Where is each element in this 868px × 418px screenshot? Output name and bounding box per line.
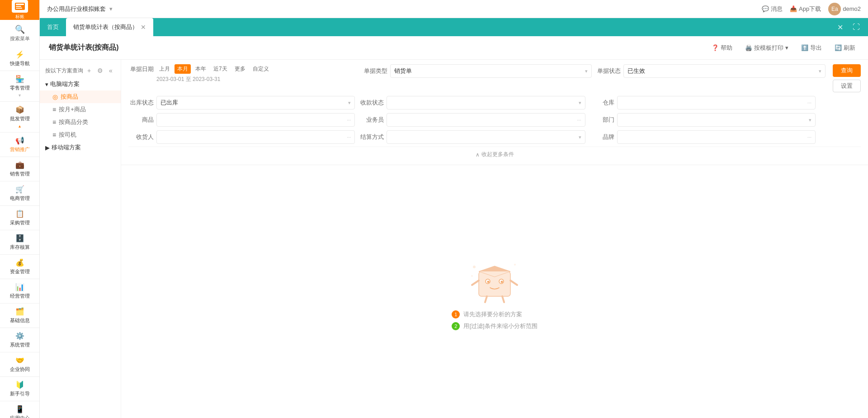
sidebar-item-enterprise[interactable]: 🤝 企业协同 — [0, 352, 39, 377]
empty-steps: 1 请先选择要分析的方案 2 用[过滤]条件来缩小分析范围 — [452, 310, 537, 330]
print-btn[interactable]: 🖨️ 按模板打印 ▾ — [741, 42, 792, 54]
help-btn[interactable]: ❓ 帮助 — [708, 42, 736, 54]
date-tab-more[interactable]: 更多 — [232, 64, 248, 74]
brand-control[interactable]: ··· — [617, 130, 816, 144]
step1-num: 1 — [452, 310, 460, 318]
date-tab-custom[interactable]: 自定义 — [250, 64, 272, 74]
department-label: 部门 — [589, 116, 614, 124]
print-arrow: ▾ — [785, 44, 788, 51]
tree-pc-arrow: ▾ — [45, 81, 48, 88]
sidebar-item-ecommerce[interactable]: 🛒 电商管理 — [0, 181, 39, 206]
search-icon: 🔍 — [15, 24, 25, 34]
enterprise-label: 企业协同 — [10, 366, 30, 373]
tab-close-icon[interactable]: ✕ — [141, 24, 146, 31]
payment-status-arrow: ▾ — [579, 100, 581, 106]
tabbar-expand-btn[interactable]: ⛶ — [850, 21, 863, 33]
sidebar-item-beginner[interactable]: 🔰 新手引导 — [0, 377, 39, 401]
goods-control[interactable]: ··· — [156, 113, 355, 127]
left-panel-header: 按以下方案查询 + ⚙ « — [40, 63, 121, 78]
sidebar-item-procurement[interactable]: 📋 采购管理 — [0, 206, 39, 230]
left-panel: 按以下方案查询 + ⚙ « ▾ 电脑端方案 ◎ 按商品 — [40, 60, 121, 418]
help-icon: ❓ — [712, 44, 719, 51]
sidebar-item-finance[interactable]: 💰 资金管理 — [0, 255, 39, 279]
filter-receiver: 收货人 ··· — [128, 130, 355, 144]
collapse-btn[interactable]: ∧ 收起更多条件 — [470, 149, 519, 160]
filter-department: 部门 ▾ — [589, 113, 816, 127]
tree-item-by-month-goods[interactable]: ≡ 按月+商品 — [40, 103, 121, 116]
doc-status-control[interactable]: 已生效 ▾ — [623, 64, 826, 78]
empty-step-2: 2 用[过滤]条件来缩小分析范围 — [452, 322, 537, 330]
empty-svg — [465, 253, 524, 303]
app-download-action[interactable]: 📥 App下载 — [790, 5, 821, 13]
doc-status-label: 单据状态 — [595, 67, 621, 75]
by-month-goods-icon: ≡ — [52, 106, 56, 113]
tree-item-by-clerk[interactable]: ≡ 按司机 — [40, 128, 121, 141]
refresh-btn[interactable]: 🔄 刷新 — [831, 42, 859, 54]
receiver-dots: ··· — [347, 134, 351, 140]
warehouse-status-label: 出库状态 — [128, 99, 154, 107]
sidebar-item-app-center[interactable]: 📱 应用中心 — [0, 401, 39, 418]
collapse-row: ∧ 收起更多条件 — [128, 147, 861, 162]
beginner-icon: 🔰 — [15, 380, 24, 389]
industry-dropdown-icon[interactable]: ▾ — [109, 5, 113, 12]
sidebar-item-marketing[interactable]: 📢 营销推广 — [0, 133, 39, 157]
filter-row-1: 单据日期 上月 本月 本年 近7天 更多 自定义 — [128, 64, 861, 92]
brand-label: 品牌 — [589, 133, 614, 141]
salesperson-dots: ··· — [577, 117, 581, 123]
header-actions: ❓ 帮助 🖨️ 按模板打印 ▾ ⬆️ 导出 🔄 刷新 — [708, 42, 859, 54]
filter-payment-method: 结算方式 ▾ — [359, 130, 585, 144]
date-tab-this-month[interactable]: 本月 — [175, 64, 191, 74]
beginner-label: 新手引导 — [10, 390, 30, 397]
tabbar-actions: ✕ ⛶ — [834, 21, 868, 33]
sidebar-item-sales[interactable]: 💼 销售管理 — [0, 157, 39, 181]
query-btn[interactable]: 查询 — [833, 64, 861, 77]
date-tab-last-month[interactable]: 上月 — [156, 64, 173, 74]
sidebar-item-wholesale[interactable]: 📦 批发管理 ▴ — [0, 102, 39, 133]
payment-method-control[interactable]: ▾ — [387, 130, 585, 144]
date-tab-this-year[interactable]: 本年 — [193, 64, 209, 74]
basic-info-icon: 🗂️ — [15, 307, 24, 316]
sidebar-item-inventory[interactable]: 🗄️ 库存核算 — [0, 230, 39, 255]
date-label: 单据日期 — [128, 65, 154, 73]
sidebar-item-system[interactable]: ⚙️ 系统管理 — [0, 328, 39, 352]
tree-mobile-label: 移动端方案 — [52, 143, 81, 152]
salesperson-control[interactable]: ··· — [387, 113, 585, 127]
tree-pc-group-header[interactable]: ▾ 电脑端方案 — [40, 78, 121, 90]
receiver-control[interactable]: ··· — [156, 130, 355, 144]
warehouse-status-control[interactable]: 已出库 ▾ — [156, 96, 355, 109]
sidebar-item-basic-info[interactable]: 🗂️ 基础信息 — [0, 304, 39, 328]
left-panel-settings-btn[interactable]: ⚙ — [95, 66, 104, 75]
enterprise-icon: 🤝 — [15, 356, 24, 365]
marketing-icon: 📢 — [15, 136, 24, 145]
sidebar-item-retail[interactable]: 🏪 零售管理 ▾ — [0, 71, 39, 102]
user-action[interactable]: Ea demo2 — [828, 3, 861, 15]
by-category-icon: ≡ — [52, 119, 56, 126]
tree-mobile-group-header[interactable]: ▶ 移动端方案 — [40, 141, 121, 154]
collapse-label: 收起更多条件 — [481, 151, 514, 158]
export-btn[interactable]: ⬆️ 导出 — [797, 42, 826, 54]
sidebar-item-operations[interactable]: 📊 经营管理 — [0, 279, 39, 304]
tabbar-close-btn[interactable]: ✕ — [834, 21, 846, 33]
svg-rect-2 — [16, 6, 21, 7]
tree-item-by-goods[interactable]: ◎ 按商品 — [40, 90, 121, 103]
warehouse-control[interactable]: ··· — [617, 96, 816, 109]
search-menu-item[interactable]: 🔍 搜索菜单 — [0, 20, 39, 47]
left-panel-add-btn[interactable]: + — [85, 66, 94, 75]
date-tab-7days[interactable]: 近7天 — [211, 64, 230, 74]
by-category-label: 按商品分类 — [59, 118, 88, 126]
tab-sales-stat[interactable]: 销货单统计表（按商品） ✕ — [66, 18, 153, 36]
department-control[interactable]: ▾ — [617, 113, 816, 127]
svg-rect-3 — [16, 8, 22, 9]
payment-status-control[interactable]: ▾ — [387, 96, 585, 109]
setup-btn[interactable]: 设置 — [833, 80, 861, 92]
tree-item-by-category[interactable]: ≡ 按商品分类 — [40, 116, 121, 128]
left-panel-collapse-btn[interactable]: « — [106, 66, 115, 75]
page-title: 销货单统计表(按商品) — [49, 43, 119, 52]
message-action[interactable]: 💬 消息 — [762, 5, 783, 13]
sidebar-item-quick-nav[interactable]: ⚡ 快捷导航 — [0, 47, 39, 71]
doc-type-control[interactable]: 销货单 ▾ — [390, 64, 592, 78]
marketing-label: 营销推广 — [10, 146, 30, 153]
filter-doc-status: 单据状态 已生效 ▾ — [595, 64, 826, 78]
by-goods-icon: ◎ — [52, 93, 58, 100]
tab-home[interactable]: 首页 — [40, 18, 66, 36]
